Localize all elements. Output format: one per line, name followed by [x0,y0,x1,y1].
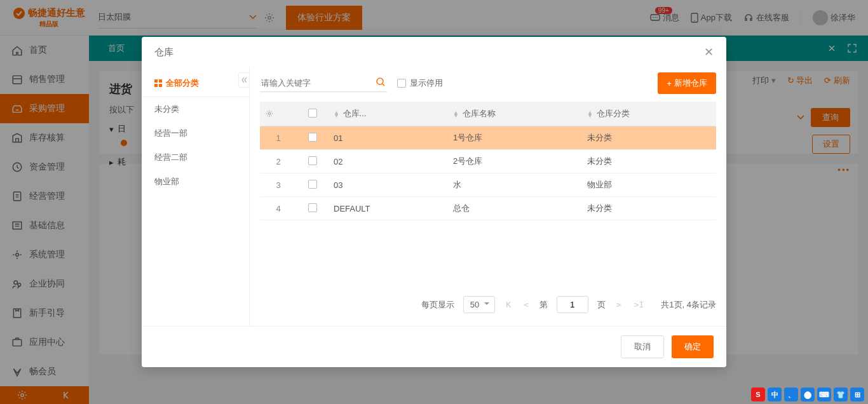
category-item-2[interactable]: 经营二部 [142,145,249,170]
double-chevron-left-icon [241,77,247,83]
category-all[interactable]: 全部分类 [142,72,249,97]
show-disabled-checkbox[interactable]: 显示停用 [397,77,443,89]
ime-item-2[interactable]: ⬤ [801,387,815,401]
category-panel: 全部分类 未分类经营一部经营二部物业部 [142,67,250,326]
page-first[interactable]: K [504,300,513,309]
search-icon[interactable] [376,77,386,87]
row-checkbox[interactable] [308,203,317,212]
cancel-button[interactable]: 取消 [621,335,664,358]
column-settings[interactable] [260,102,297,126]
add-warehouse-button[interactable]: + 新增仓库 [658,72,716,94]
per-page-select[interactable]: 50 [463,296,495,313]
search-input[interactable] [260,74,387,92]
svg-rect-18 [154,79,158,83]
confirm-button[interactable]: 确定 [672,335,714,358]
svg-point-22 [377,78,383,84]
modal-close-button[interactable]: ✕ [704,45,714,59]
gear-icon [265,109,274,118]
column-name[interactable]: ▲▼ 仓库名称 [448,102,582,126]
search-box [260,74,387,92]
page-next[interactable]: > [614,300,623,309]
ime-item-3[interactable]: ⌨ [817,387,831,401]
category-item-1[interactable]: 经营一部 [142,121,249,145]
ime-logo[interactable]: S [751,387,765,401]
table-row[interactable]: 303水物业部 [260,173,716,197]
page-prev[interactable]: < [522,300,531,309]
column-checkall[interactable] [297,102,329,126]
page-summary: 共1页, 4条记录 [661,299,716,311]
pagination: 每页显示 50 K < 第 页 > >I 共1页, 4条记录 [260,288,716,321]
category-item-3[interactable]: 物业部 [142,170,249,194]
ime-item-0[interactable]: 中 [768,387,782,401]
row-checkbox[interactable] [308,156,317,165]
modal-title: 仓库 [154,46,173,58]
ime-item-1[interactable]: 、 [784,387,798,401]
page-last[interactable]: >I [632,300,646,309]
row-checkbox[interactable] [308,133,317,142]
per-page-label: 每页显示 [421,299,454,311]
modal-overlay: 仓库 ✕ 全部分类 未分类经营一部经营二部物业部 [0,0,868,404]
table-row[interactable]: 1011号仓库未分类 [260,126,716,150]
ime-item-5[interactable]: ⊞ [850,387,864,401]
warehouse-table: ▲▼ 仓库... ▲▼ 仓库名称 ▲▼ 仓库分类 1011号仓库未分类2022号… [260,102,716,220]
column-code[interactable]: ▲▼ 仓库... [329,102,448,126]
table-row[interactable]: 4DEFAULT总仓未分类 [260,197,716,220]
category-item-0[interactable]: 未分类 [142,97,249,121]
plus-icon: + [667,79,672,88]
warehouse-modal: 仓库 ✕ 全部分类 未分类经营一部经营二部物业部 [142,37,726,367]
svg-rect-20 [154,84,158,87]
column-category[interactable]: ▲▼ 仓库分类 [582,102,716,126]
page-input[interactable] [557,296,588,313]
ime-toolbar: S 中、⬤⌨👕⊞ [751,387,864,401]
table-row[interactable]: 2022号仓库未分类 [260,150,716,173]
row-checkbox[interactable] [308,180,317,189]
grid-icon [154,79,162,87]
svg-rect-19 [159,79,162,83]
svg-point-23 [268,112,271,115]
checkbox-icon [397,79,406,88]
ime-item-4[interactable]: 👕 [834,387,848,401]
collapse-category-button[interactable] [238,72,250,88]
svg-rect-21 [159,84,162,87]
